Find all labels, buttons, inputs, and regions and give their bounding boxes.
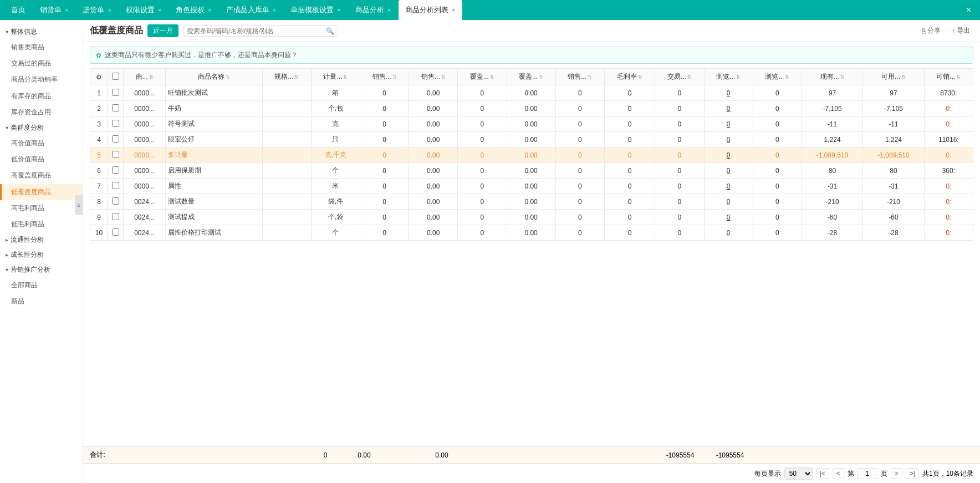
close-icon[interactable]: × [452,7,455,13]
page-number-input[interactable] [858,468,877,479]
row-name[interactable]: 测试提成 [166,210,263,225]
row-name[interactable]: 旺铺批次测试 [166,85,263,101]
row-checkbox[interactable] [108,163,124,179]
last-page-button[interactable]: >| [906,468,919,479]
row-checkbox[interactable] [108,210,124,225]
row-select-checkbox[interactable] [112,197,119,205]
column-browse1[interactable]: 浏览...⇅ [704,69,753,85]
close-icon[interactable]: × [65,7,68,13]
row-browse1[interactable]: 0 [704,194,753,210]
sidebar-item-all-products[interactable]: 全部商品 [0,277,83,293]
export-button[interactable]: ↑ 导出 [948,24,973,37]
row-select-checkbox[interactable] [112,104,119,111]
row-checkbox[interactable] [108,116,124,132]
sidebar-item-inventory-capital[interactable]: 库存资金占用 [0,104,83,120]
nav-home[interactable]: 首页 [4,0,32,20]
nav-product-analysis[interactable]: 商品分析 × [349,0,397,20]
sidebar-item-low-value[interactable]: 低价值商品 [0,151,83,167]
column-sales3[interactable]: 销售...⇅ [555,69,604,85]
row-name[interactable]: 启用保质期 [166,163,263,179]
row-select-checkbox[interactable] [112,89,119,96]
row-select-checkbox[interactable] [112,151,119,158]
row-browse1[interactable]: 0 [704,101,753,116]
nav-product-analysis-list[interactable]: 商品分析列表 × [399,0,462,20]
row-checkbox[interactable] [108,194,124,210]
row-select-checkbox[interactable] [112,120,119,127]
sidebar-section-overall[interactable]: ▾ 整体信息 [0,24,83,39]
row-browse1[interactable]: 0 [704,116,753,132]
nav-sales-order[interactable]: 销货单 × [33,0,75,20]
close-icon[interactable]: × [108,7,111,13]
row-browse1[interactable]: 0 [704,163,753,179]
column-available[interactable]: 可用...⇅ [863,69,924,85]
column-sales-qty[interactable]: 销售...⇅ [360,69,409,85]
row-select-checkbox[interactable] [112,135,119,143]
sidebar-section-circulation[interactable]: ▸ 流通性分析 [0,232,83,247]
row-browse1[interactable]: 0 [704,225,753,241]
sidebar-item-in-stock[interactable]: 有库存的商品 [0,88,83,104]
row-name[interactable]: 属性 [166,179,263,194]
column-sales-amt[interactable]: 销售...⇅ [409,69,458,85]
row-name[interactable]: 眼宝公仔 [166,132,263,148]
row-checkbox[interactable] [108,225,124,241]
nav-purchase-order[interactable]: 进货单 × [76,0,118,20]
select-all-checkbox[interactable] [112,73,119,80]
close-icon[interactable]: × [337,7,340,13]
close-icon[interactable]: × [208,7,211,13]
row-browse1[interactable]: 0 [704,148,753,163]
sidebar-section-cluster[interactable]: ▾ 类群度分析 [0,120,83,135]
column-name[interactable]: 商品名称⇅ [166,69,263,85]
row-browse1[interactable]: 0 [704,85,753,101]
column-profit-rate[interactable]: 毛利率⇅ [604,69,655,85]
column-cover1[interactable]: 覆盖...⇅ [458,69,507,85]
row-name[interactable]: 符号测试 [166,116,263,132]
first-page-button[interactable]: |< [816,468,829,479]
row-checkbox[interactable] [108,148,124,163]
sidebar-item-high-coverage[interactable]: 高覆盖度商品 [0,167,83,184]
row-checkbox[interactable] [108,85,124,101]
row-checkbox[interactable] [108,132,124,148]
sidebar-section-growth[interactable]: ▸ 成长性分析 [0,247,83,262]
row-select-checkbox[interactable] [112,213,119,220]
column-checkbox[interactable] [108,69,124,85]
filter-recent-month-button[interactable]: 近一月 [147,24,178,37]
column-unit[interactable]: 计量...⇅ [311,69,360,85]
nav-role-auth[interactable]: 角色授权 × [169,0,218,20]
nav-template-settings[interactable]: 单据模板设置 × [284,0,347,20]
page-size-select[interactable]: 20 50 100 [784,467,813,480]
row-browse1[interactable]: 0 [704,210,753,225]
close-icon[interactable]: × [387,7,391,13]
window-close-button[interactable]: × [962,5,976,15]
share-button[interactable]: ⎘ 分享 [918,24,944,37]
row-name[interactable]: 牛奶 [166,101,263,116]
row-select-checkbox[interactable] [112,228,119,236]
column-gear[interactable]: ⚙ [90,69,108,85]
close-icon[interactable]: × [273,7,276,13]
column-sellable[interactable]: 可销...⇅ [924,69,973,85]
sidebar-item-category-turnover[interactable]: 商品分类动销率 [0,72,83,88]
search-input[interactable] [187,27,324,35]
sidebar-item-sales-products[interactable]: 销售类商品 [0,39,83,55]
nav-finished-goods[interactable]: 产成品入库单 × [220,0,283,20]
search-icon[interactable]: 🔍 [326,27,334,35]
row-browse1[interactable]: 0 [704,132,753,148]
column-trade[interactable]: 交易...⇅ [655,69,704,85]
sidebar-item-high-value[interactable]: 高价值商品 [0,135,83,151]
sidebar-collapse-button[interactable]: « [75,195,83,215]
row-browse1[interactable]: 0 [704,179,753,194]
column-cover2[interactable]: 覆盖...⇅ [507,69,555,85]
column-current-stock[interactable]: 现有...⇅ [802,69,862,85]
sidebar-item-high-margin[interactable]: 高毛利商品 [0,200,83,216]
nav-permission-settings[interactable]: 权限设置 × [119,0,168,20]
row-checkbox[interactable] [108,101,124,116]
row-name[interactable]: 多计量 [166,148,263,163]
row-select-checkbox[interactable] [112,166,119,174]
close-icon[interactable]: × [158,7,161,13]
row-name[interactable]: 测试数量 [166,194,263,210]
row-select-checkbox[interactable] [112,182,119,189]
row-name[interactable]: 属性价格打印测试 [166,225,263,241]
sidebar-item-new-products[interactable]: 新品 [0,293,83,309]
column-spec[interactable]: 规格...⇅ [262,69,311,85]
prev-page-button[interactable]: < [833,468,844,479]
sidebar-item-low-margin[interactable]: 低毛利商品 [0,216,83,232]
